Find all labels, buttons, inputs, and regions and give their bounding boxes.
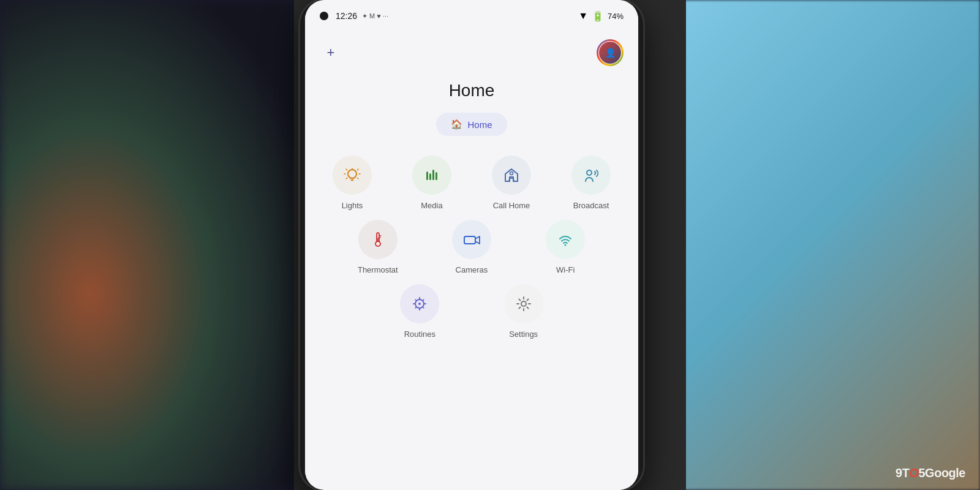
lights-label: Lights (342, 201, 363, 210)
routines-label: Routines (404, 330, 435, 339)
svg-rect-4 (435, 172, 437, 180)
lights-circle (333, 156, 372, 195)
svg-point-0 (348, 170, 356, 178)
media-label: Media (421, 201, 442, 210)
watermark-text: 9TO5Google (895, 466, 965, 480)
action-call-home[interactable]: Call Home (477, 156, 546, 210)
svg-point-6 (587, 170, 592, 175)
status-right: ▼ 🔋 74% (578, 10, 624, 22)
action-lights[interactable]: Lights (317, 156, 387, 210)
broadcast-label: Broadcast (573, 201, 609, 210)
action-broadcast[interactable]: Broadcast (556, 156, 626, 210)
svg-rect-12 (464, 236, 475, 244)
cameras-circle (452, 220, 491, 259)
avatar[interactable]: 👤 (597, 39, 624, 66)
settings-label: Settings (509, 330, 538, 339)
wifi-icon (557, 231, 574, 248)
lights-icon (344, 167, 361, 184)
svg-line-21 (423, 307, 424, 308)
avatar-initials: 👤 (605, 48, 616, 58)
wifi-circle (546, 220, 585, 259)
status-time: 12:26 (336, 11, 357, 21)
thermostat-label: Thermostat (358, 265, 398, 274)
broadcast-circle (571, 156, 611, 195)
call-home-label: Call Home (493, 201, 530, 210)
add-button[interactable]: + (320, 42, 342, 64)
background-left (0, 0, 300, 490)
svg-point-15 (418, 303, 421, 305)
settings-icon (515, 295, 532, 312)
routines-circle (400, 284, 439, 323)
app-header: + 👤 (305, 29, 638, 71)
svg-point-5 (510, 172, 513, 175)
media-icon (423, 167, 440, 184)
app-content: Home 🏠 Home Lights (305, 71, 638, 490)
thermostat-circle (358, 220, 398, 259)
svg-line-22 (415, 307, 417, 308)
svg-point-24 (521, 301, 526, 306)
app-icons: ✦ M ♥ ··· (362, 12, 388, 20)
battery-icon: 🔋 (592, 10, 604, 22)
home-tab-button[interactable]: 🏠 Home (436, 113, 507, 136)
action-media[interactable]: Media (397, 156, 467, 210)
battery-percent: 74% (608, 12, 624, 21)
action-wifi[interactable]: Wi-Fi (524, 220, 608, 274)
status-bar: 12:26 ✦ M ♥ ··· ▼ 🔋 74% (305, 0, 638, 29)
svg-rect-1 (426, 172, 428, 180)
action-routines[interactable]: Routines (373, 284, 467, 339)
wifi-icon: ▼ (578, 10, 588, 21)
settings-circle (504, 284, 543, 323)
svg-rect-3 (432, 170, 434, 180)
home-tab-icon: 🏠 (451, 119, 462, 130)
broadcast-icon (582, 167, 600, 184)
cameras-icon (462, 231, 481, 248)
wifi-label: Wi-Fi (556, 265, 575, 274)
svg-point-9 (375, 241, 380, 246)
svg-line-23 (423, 300, 424, 301)
status-left: 12:26 ✦ M ♥ ··· (320, 11, 388, 21)
action-thermostat[interactable]: Thermostat (336, 220, 420, 274)
routines-icon (411, 295, 428, 312)
svg-point-13 (565, 244, 567, 246)
camera-hole (320, 12, 328, 20)
call-home-icon (503, 167, 520, 184)
actions-row1: Lights Media (317, 156, 626, 210)
avatar-inner: 👤 (599, 42, 621, 64)
phone-frame: 12:26 ✦ M ♥ ··· ▼ 🔋 74% + 👤 Home (300, 0, 643, 490)
svg-rect-2 (429, 173, 431, 180)
thermostat-icon (369, 231, 386, 248)
action-settings[interactable]: Settings (477, 284, 570, 339)
home-tab-label: Home (467, 119, 492, 130)
home-tab-container: 🏠 Home (317, 113, 626, 136)
svg-line-20 (415, 300, 417, 301)
cameras-label: Cameras (456, 265, 488, 274)
watermark: 9TO5Google (895, 466, 965, 480)
phone-screen: 12:26 ✦ M ♥ ··· ▼ 🔋 74% + 👤 Home (305, 0, 638, 490)
media-circle (412, 156, 451, 195)
actions-row2: Thermostat Cameras (317, 220, 626, 274)
actions-row3: Routines Settings (317, 284, 626, 339)
call-home-circle (492, 156, 531, 195)
page-title: Home (317, 81, 626, 100)
action-cameras[interactable]: Cameras (429, 220, 513, 274)
